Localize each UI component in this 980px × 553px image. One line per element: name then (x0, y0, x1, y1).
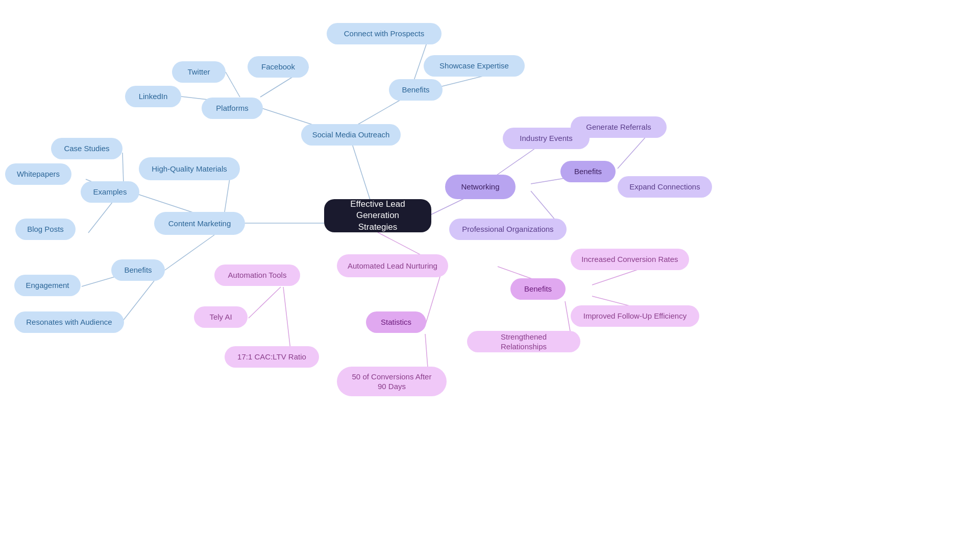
node-statistics: Statistics (366, 311, 426, 333)
node-automated-lead-nurturing: Automated Lead Nurturing (337, 254, 448, 277)
blog-posts-label: Blog Posts (27, 224, 64, 234)
node-content-marketing: Content Marketing (154, 212, 245, 235)
showcase-expertise-label: Showcase Expertise (439, 61, 509, 71)
node-whitepapers: Whitepapers (5, 163, 71, 185)
automation-tools-label: Automation Tools (228, 270, 287, 280)
node-blog-posts: Blog Posts (15, 219, 76, 240)
node-tely-ai: Tely AI (194, 306, 248, 328)
node-high-quality-materials: High-Quality Materials (139, 157, 240, 180)
node-professional-orgs: Professional Organizations (449, 219, 567, 240)
conversions-label: 50 of Conversions After 90 Days (347, 372, 436, 392)
content-marketing-label: Content Marketing (168, 219, 231, 229)
resonates-with-audience-label: Resonates with Audience (26, 317, 112, 327)
improved-follow-up-label: Improved Follow-Up Efficiency (583, 311, 687, 321)
high-quality-materials-label: High-Quality Materials (152, 164, 227, 174)
node-resonates-with-audience: Resonates with Audience (14, 311, 124, 333)
node-case-studies: Case Studies (51, 138, 122, 159)
node-benefits-content: Benefits (111, 259, 165, 281)
automated-lead-nurturing-label: Automated Lead Nurturing (348, 261, 437, 271)
node-increased-conversion: Increased Conversion Rates (571, 249, 689, 270)
platforms-label: Platforms (216, 103, 248, 113)
twitter-label: Twitter (187, 67, 210, 77)
node-networking: Networking (445, 175, 516, 199)
node-expand-connections: Expand Connections (618, 176, 712, 198)
statistics-label: Statistics (381, 317, 411, 327)
social-media-outreach-label: Social Media Outreach (312, 130, 390, 140)
node-benefits-social: Benefits (389, 79, 443, 101)
node-conversions: 50 of Conversions After 90 Days (337, 367, 447, 396)
benefits-content-label: Benefits (124, 265, 152, 275)
benefits-networking-label: Benefits (574, 166, 602, 177)
ratio-label: 17:1 CAC:LTV Ratio (237, 352, 306, 362)
node-social-media-outreach: Social Media Outreach (301, 124, 401, 146)
connect-prospects-label: Connect with Prospects (344, 29, 425, 39)
node-platforms: Platforms (202, 98, 263, 119)
node-twitter: Twitter (172, 61, 226, 83)
benefits-social-label: Benefits (402, 85, 429, 95)
facebook-label: Facebook (261, 62, 295, 72)
strengthened-relationships-label: Strengthened Relationships (477, 332, 570, 352)
industry-events-label: Industry Events (520, 133, 572, 143)
case-studies-label: Case Studies (64, 143, 109, 154)
node-strengthened-relationships: Strengthened Relationships (467, 331, 580, 352)
expand-connections-label: Expand Connections (629, 182, 700, 192)
generate-referrals-label: Generate Referrals (586, 122, 651, 132)
networking-label: Networking (461, 182, 499, 192)
linkedin-label: LinkedIn (139, 91, 168, 102)
engagement-label: Engagement (26, 280, 69, 291)
tely-ai-label: Tely AI (209, 312, 232, 322)
whitepapers-label: Whitepapers (17, 169, 60, 179)
center-label: Effective Lead Generation Strategies (338, 199, 417, 232)
node-ratio: 17:1 CAC:LTV Ratio (225, 346, 319, 368)
increased-conversion-label: Increased Conversion Rates (581, 254, 678, 265)
professional-orgs-label: Professional Organizations (462, 224, 553, 234)
node-engagement: Engagement (14, 275, 81, 296)
node-examples: Examples (81, 181, 139, 203)
node-showcase-expertise: Showcase Expertise (424, 55, 525, 77)
node-benefits-networking: Benefits (560, 161, 616, 182)
center-node: Effective Lead Generation Strategies (324, 199, 431, 232)
node-benefits-aln: Benefits (510, 278, 566, 300)
node-automation-tools: Automation Tools (214, 265, 300, 286)
node-linkedin: LinkedIn (125, 86, 181, 107)
node-connect-prospects: Connect with Prospects (327, 23, 442, 44)
node-improved-follow-up: Improved Follow-Up Efficiency (571, 305, 699, 327)
benefits-aln-label: Benefits (524, 284, 552, 294)
node-generate-referrals: Generate Referrals (571, 116, 667, 138)
examples-label: Examples (93, 187, 127, 197)
node-facebook: Facebook (248, 56, 309, 78)
